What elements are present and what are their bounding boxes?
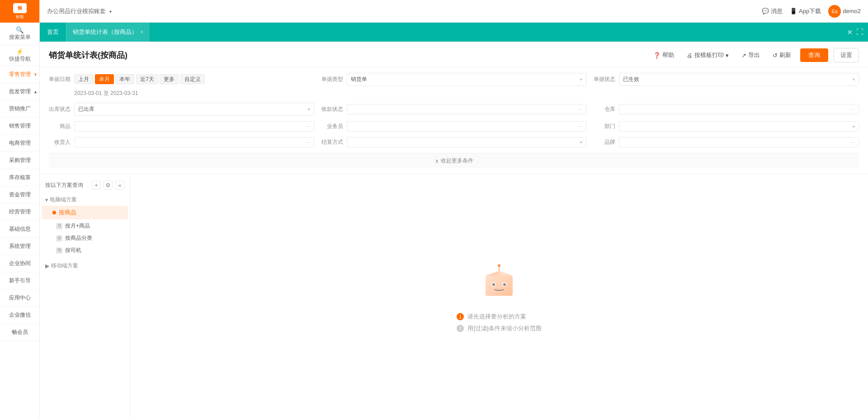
panel-title: 按以下方案查询: [45, 181, 83, 189]
refresh-icon: ↺: [773, 52, 778, 59]
dept-filter-cell: 部门 ▾: [594, 121, 859, 132]
warehouse-select[interactable]: ···: [619, 104, 859, 114]
dept-select[interactable]: ▾: [619, 121, 859, 132]
more-icon: ···: [851, 140, 855, 145]
instruction-2: 2 用[过滤]条件来缩小分析范围: [457, 324, 541, 332]
collapse-left-icon: «: [118, 182, 121, 189]
sidebar-item-inventory[interactable]: 库存核算: [0, 169, 39, 186]
main-wrapper: 办公用品行业模拟账套 ▾ 💬 消息 📱 App下载 Ea demo2 首页: [40, 0, 868, 418]
salesman-filter-cell: 业务员 ···: [321, 121, 587, 132]
sidebar-item-marketing[interactable]: 营销推广: [0, 100, 39, 118]
export-button[interactable]: ↗ 导出: [738, 49, 764, 61]
empty-instructions: 1 请先选择要分析的方案 2 用[过滤]条件来缩小分析范围: [457, 313, 541, 332]
collapse-button[interactable]: ∧ 收起更多条件: [429, 156, 479, 166]
chevron-down-icon: ▾: [853, 77, 855, 82]
filter-row-4: 收货人 ··· 结算方式 ▾ 品牌: [49, 137, 859, 147]
receipt-status-select[interactable]: ···: [347, 104, 587, 114]
settings-button[interactable]: 设置: [834, 48, 859, 62]
goods-select[interactable]: ···: [74, 121, 314, 132]
topbar: 办公用品行业模拟账套 ▾ 💬 消息 📱 App下载 Ea demo2: [40, 0, 868, 23]
tree-group-pc-title: ▾ 电脑端方案: [40, 194, 130, 205]
doc-type-select[interactable]: 销货单 ▾: [347, 73, 587, 86]
logo-text: 标版: [16, 14, 24, 20]
quick-nav-item[interactable]: ⚡ 快捷导航: [0, 45, 39, 66]
svg-point-5: [492, 283, 495, 286]
date-custom-btn[interactable]: 自定义: [180, 74, 205, 84]
doc-status-select[interactable]: 已生效 ▾: [619, 73, 859, 86]
page-title: 销货单统计表(按商品): [49, 50, 644, 61]
step-1-badge: 1: [457, 313, 464, 320]
brand-filter-cell: 品牌 ···: [594, 137, 859, 147]
date-more-btn[interactable]: 更多: [160, 74, 179, 84]
sidebar-item-finance[interactable]: 资金管理: [0, 186, 39, 204]
print-button[interactable]: 🖨 按模板打印 ▾: [683, 49, 732, 61]
collapse-panel-button[interactable]: «: [115, 180, 124, 190]
salesman-label: 业务员: [321, 123, 343, 130]
driver-icon: 司: [56, 247, 62, 254]
chevron-up-icon: ▴: [34, 89, 37, 94]
out-status-select[interactable]: 已出库 ▾: [74, 103, 314, 116]
sidebar-item-enterprise[interactable]: 企业协同: [0, 255, 39, 272]
content-area: 销货单统计表(按商品) ❓ 帮助 🖨 按模板打印 ▾ ↗ 导出: [40, 42, 868, 418]
date-range-row: 2023-03-01 至 2023-03-31: [49, 90, 859, 97]
search-menu-item[interactable]: 🔍 搜索菜单: [0, 23, 39, 45]
payment-select[interactable]: ▾: [347, 137, 587, 147]
warehouse-filter-cell: 仓库 ···: [594, 103, 859, 116]
salesman-select[interactable]: ···: [347, 121, 587, 132]
tab-expand-icon[interactable]: ⛶: [856, 28, 863, 36]
receipt-status-label: 收款状态: [321, 105, 343, 113]
app-download-button[interactable]: 📱 App下载: [790, 7, 821, 15]
date-last7-btn[interactable]: 近7天: [136, 74, 158, 84]
sidebar-item-wholesale[interactable]: 批发管理 ▴: [0, 83, 39, 100]
workspace-title[interactable]: 办公用品行业模拟账套 ▾: [47, 7, 756, 15]
scheme-item-by-month-goods[interactable]: 月 按月+商品: [40, 220, 130, 232]
sidebar-item-purchase[interactable]: 采购管理: [0, 152, 39, 169]
tab-active[interactable]: 销货单统计表（按商品） ×: [66, 23, 150, 42]
date-this-month-btn[interactable]: 本月: [95, 74, 114, 84]
tab-close-all-icon[interactable]: ✕: [847, 28, 853, 37]
sidebar-item-newbie[interactable]: 新手引导: [0, 272, 39, 290]
topbar-actions: 💬 消息 📱 App下载 Ea demo2: [762, 5, 861, 18]
date-this-year-btn[interactable]: 本年: [115, 74, 134, 84]
filter-row-1: 单据日期 上月 本月 本年 近7天 更多 自定义: [49, 73, 859, 86]
sidebar-item-retail[interactable]: 零售管理 ▾: [0, 66, 39, 83]
empty-illustration: [476, 260, 522, 302]
refresh-button[interactable]: ↺ 刷新: [769, 49, 795, 61]
svg-marker-2: [499, 271, 513, 276]
sidebar-item-sales[interactable]: 销售管理: [0, 118, 39, 135]
sidebar-item-system[interactable]: 系统管理: [0, 238, 39, 255]
receiver-select[interactable]: ···: [74, 137, 314, 147]
help-button[interactable]: ❓ 帮助: [650, 49, 678, 61]
active-dot: [52, 211, 56, 214]
sidebar-menu: 零售管理 ▾ 批发管理 ▴ 营销推广 销售管理 电商管理 采购管理 库存核算 资…: [0, 66, 39, 418]
sidebar-item-basic[interactable]: 基础信息: [0, 221, 39, 238]
add-scheme-button[interactable]: +: [92, 180, 101, 190]
tab-close-icon[interactable]: ×: [140, 29, 143, 35]
sidebar-item-operation[interactable]: 经营管理: [0, 204, 39, 221]
sidebar-item-wechat[interactable]: 企业微信: [0, 307, 39, 324]
workspace-dropdown-icon: ▾: [109, 9, 112, 14]
scheme-item-by-goods[interactable]: 按商品: [42, 206, 128, 219]
sidebar-item-member[interactable]: 畅会员: [0, 324, 39, 341]
date-last-month-btn[interactable]: 上月: [74, 74, 93, 84]
scheme-settings-button[interactable]: ⚙: [104, 180, 113, 190]
scheme-item-by-driver[interactable]: 司 按司机: [40, 244, 130, 256]
sidebar-item-ecommerce[interactable]: 电商管理: [0, 135, 39, 152]
chevron-right-icon: ▶: [45, 263, 49, 269]
tree-group-mobile: ▶ 移动端方案: [40, 258, 130, 273]
app-logo: 畅 标版: [0, 0, 39, 23]
message-button[interactable]: 💬 消息: [762, 7, 783, 15]
brand-select[interactable]: ···: [619, 137, 859, 147]
scheme-item-by-goods-category[interactable]: 分 按商品分类: [40, 232, 130, 244]
dept-label: 部门: [594, 123, 615, 130]
chevron-down-icon: ▾: [308, 107, 310, 112]
more-icon: ···: [851, 107, 855, 112]
panel-header-actions: + ⚙ «: [92, 180, 124, 190]
tab-home[interactable]: 首页: [40, 23, 66, 42]
tabbar: 首页 销货单统计表（按商品） × ✕ ⛶: [40, 23, 868, 42]
sidebar-item-appstore[interactable]: 应用中心: [0, 290, 39, 307]
user-menu[interactable]: Ea demo2: [828, 5, 861, 18]
avatar: Ea: [828, 5, 841, 18]
tree-group-mobile-title: ▶ 移动端方案: [40, 260, 130, 271]
query-button[interactable]: 查询: [800, 48, 828, 62]
